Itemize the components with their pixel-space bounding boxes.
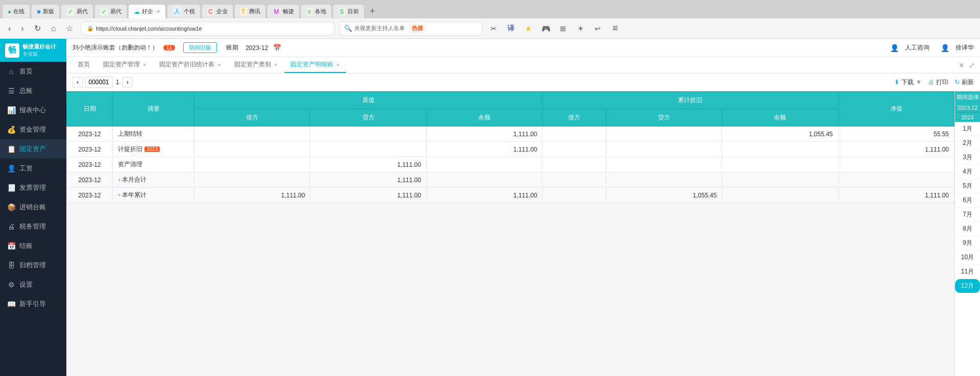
help-icon: 👤 <box>890 44 899 52</box>
help-label[interactable]: 人工咨询 <box>905 43 929 52</box>
address-bar[interactable]: 🔒 https://cloud.chanjet.com/accounting/u… <box>80 21 335 36</box>
prev-page-button[interactable]: ‹ <box>72 77 83 87</box>
table-row: 2023-12 计提折旧2023 1,111.00 1,111.00 <box>67 142 954 157</box>
sidebar-item-settings[interactable]: ⚙ 设置 <box>0 275 66 294</box>
cell-orig-credit: 1,111.00 <box>310 157 426 172</box>
period-month-10[interactable]: 10月 <box>955 250 980 265</box>
cell-orig-credit <box>310 127 426 142</box>
undo-icon[interactable]: ↩ <box>591 21 605 36</box>
sidebar-item-fixed-assets[interactable]: 📋 固定资产 <box>0 139 66 159</box>
sidebar-item-invoice[interactable]: 🧾 发票管理 <box>0 178 66 197</box>
col-net-value: 净值 <box>838 92 954 127</box>
cell-orig-debit <box>194 157 310 172</box>
period-value: 2023-12 <box>246 44 268 52</box>
sidebar-item-archive[interactable]: 🗄 归档管理 <box>0 256 66 275</box>
browser-tab-yidai1[interactable]: ✓ 易代 <box>61 4 93 18</box>
table-row: 2023-12 +本年累计 1,111.00 1,111.00 1,111.00… <box>67 188 954 203</box>
switch-version-button[interactable]: 切到旧版 <box>183 42 217 53</box>
cell-dep-debit <box>543 172 606 188</box>
period-month-8[interactable]: 8月 <box>955 222 980 236</box>
collapse-button[interactable]: ✕ <box>959 61 965 69</box>
period-month-6[interactable]: 6月 <box>955 193 980 208</box>
next-page-button[interactable]: › <box>122 77 133 87</box>
grid-icon[interactable]: ⊞ <box>556 21 570 36</box>
back-button[interactable]: ‹ <box>5 22 14 35</box>
refresh-button[interactable]: ↻ 刷新 <box>954 78 974 87</box>
cell-net-value: 55.55 <box>838 127 954 142</box>
table-row: 2023-12 资产清理 1,111.00 <box>67 157 954 172</box>
browser-tab-changjie[interactable]: M 畅捷 <box>267 4 300 18</box>
cell-dep-credit <box>606 172 722 188</box>
download-button[interactable]: ⬇ 下载 ▼ <box>894 78 922 87</box>
cell-dep-credit <box>606 127 722 142</box>
tab-home[interactable]: 首页 <box>71 58 96 73</box>
expand-button[interactable]: ⤢ <box>969 61 975 69</box>
browser-tab-tengxun[interactable]: T 腾讯 <box>234 4 265 18</box>
cell-orig-debit <box>194 142 310 157</box>
translate-icon[interactable]: 译 <box>504 21 518 36</box>
browser-tab-new[interactable]: ■ 新版 <box>31 4 59 18</box>
browser-tab-muqian[interactable]: S 目前 <box>333 4 364 18</box>
cell-date: 2023-12 <box>67 127 113 142</box>
forward-button[interactable]: › <box>18 22 27 35</box>
sidebar-item-closing[interactable]: 📅 结账 <box>0 236 66 256</box>
bookmark-button[interactable]: ☆ <box>63 21 76 35</box>
sun-icon[interactable]: ☀ <box>573 21 587 36</box>
page-navigator: ‹ 1 › <box>72 77 133 88</box>
cell-dep-balance: 1,055.45 <box>722 127 838 142</box>
game-icon[interactable]: 🎮 <box>538 21 553 36</box>
period-month-7[interactable]: 7月 <box>955 208 980 222</box>
cell-dep-debit <box>543 127 606 142</box>
browser-tab-gedi[interactable]: ≡ 各地 <box>301 4 332 18</box>
sidebar-item-reports[interactable]: 📊 报表中心 <box>0 101 66 120</box>
browser-tab-haoqi[interactable]: ☁ 好企 ✕ <box>128 4 166 18</box>
sidebar-item-guide[interactable]: 📖 新手引导 <box>0 294 66 314</box>
period-month-9[interactable]: 9月 <box>955 236 980 250</box>
cell-summary: +本月合计 <box>113 172 194 188</box>
col-original-value: 原值 <box>194 92 543 109</box>
ledger-icon: ☰ <box>7 87 15 95</box>
period-selector: 期间选择 2023.12 2023 1月 2月 3月 4月 5月 6月 7月 8… <box>954 91 980 376</box>
sidebar-item-ledger[interactable]: ☰ 总账 <box>0 81 66 101</box>
company-badge: 11 <box>163 45 175 51</box>
period-month-2[interactable]: 2月 <box>955 136 980 151</box>
period-year-row[interactable]: 2023.12 <box>955 103 980 113</box>
new-tab-button[interactable]: + <box>365 4 380 18</box>
cell-orig-balance: 1,111.00 <box>426 127 542 142</box>
scissors-icon[interactable]: ✂ <box>486 21 501 36</box>
tab-fixed-assets-mgmt[interactable]: 固定资产管理 × <box>97 58 152 73</box>
period-month-3[interactable]: 3月 <box>955 151 980 165</box>
tab-depreciation-stats[interactable]: 固定资产折旧统计表 × <box>153 58 227 73</box>
refresh-nav-button[interactable]: ↻ <box>31 21 44 35</box>
cell-dep-credit <box>606 157 722 172</box>
menu-icon[interactable]: ≡ <box>608 21 622 36</box>
invoice-icon: 🧾 <box>7 184 15 192</box>
home-button[interactable]: ⌂ <box>48 22 59 35</box>
user-icon: 👤 <box>941 44 949 52</box>
period-month-1[interactable]: 1月 <box>955 122 980 136</box>
cell-orig-balance: 1,111.00 <box>426 188 542 203</box>
sidebar-item-tax[interactable]: 🖨 税务管理 <box>0 217 66 236</box>
user-name[interactable]: 徐译华 <box>955 43 974 52</box>
cell-date: 2023-12 <box>67 188 113 203</box>
browser-tab-online[interactable]: ● 在线 <box>2 4 30 18</box>
cell-dep-debit <box>543 157 606 172</box>
star-icon[interactable]: ★ <box>521 21 535 36</box>
period-month-4[interactable]: 4月 <box>955 165 980 179</box>
period-month-12[interactable]: 12月 <box>955 279 980 293</box>
period-month-11[interactable]: 11月 <box>955 265 980 279</box>
tab-fixed-assets-detail[interactable]: 固定资产明细账 × <box>284 58 346 73</box>
period-month-5[interactable]: 5月 <box>955 179 980 193</box>
sidebar-item-stock[interactable]: 📦 进销台账 <box>0 197 66 217</box>
sidebar-item-funds[interactable]: 💰 资金管理 <box>0 120 66 139</box>
sidebar-item-home[interactable]: ⌂ 首页 <box>0 62 66 81</box>
tab-fixed-assets-category[interactable]: 固定资产类别 × <box>228 58 283 73</box>
page-input[interactable] <box>85 77 113 88</box>
browser-tab-yidai2[interactable]: ✓ 易代 <box>94 4 127 18</box>
browser-tab-qiye[interactable]: C 企业 <box>202 4 234 18</box>
refresh-icon: ↻ <box>954 79 960 86</box>
sidebar-item-payroll[interactable]: 👤 工资 <box>0 159 66 178</box>
cell-dep-balance <box>722 142 838 157</box>
print-button[interactable]: 🖨 打印 <box>928 78 948 87</box>
browser-tab-geshui[interactable]: 人 个税 <box>167 4 201 18</box>
